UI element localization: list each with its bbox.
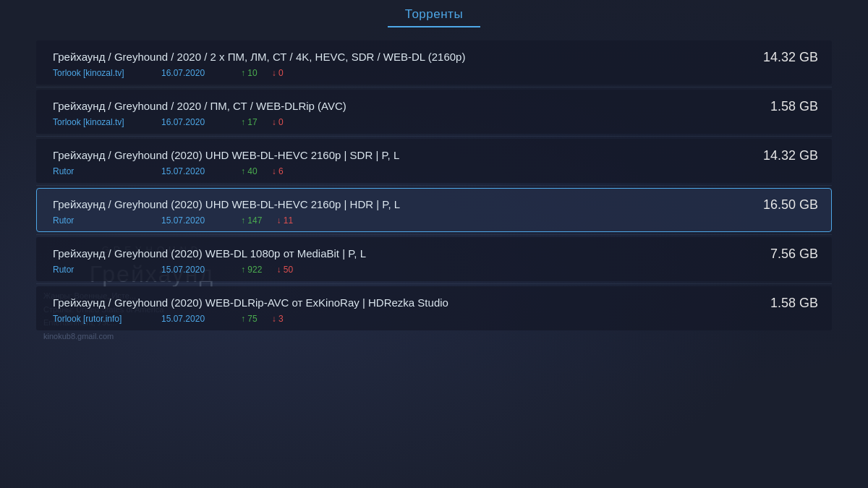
torrent-list: Грейхаунд / Greyhound / 2020 / 2 х ПМ, Л… [36, 40, 832, 330]
torrent-title: Грейхаунд / Greyhound (2020) WEB-DLRip-A… [53, 296, 756, 310]
torrent-item-3[interactable]: Грейхаунд / Greyhound (2020) UHD WEB-DL-… [36, 139, 832, 183]
divider-5 [36, 283, 832, 284]
torrent-title: Грейхаунд / Greyhound (2020) UHD WEB-DL-… [53, 197, 749, 212]
torrent-item-6[interactable]: Грейхаунд / Greyhound (2020) WEB-DLRip-A… [36, 286, 832, 330]
divider-3 [36, 185, 832, 186]
torrent-size: 1.58 GB [770, 99, 818, 114]
torrent-seeds: 40 [241, 166, 258, 176]
torrent-title: Грейхаунд / Greyhound / 2020 / ПМ, СТ / … [53, 99, 756, 114]
torrent-date: 15.07.2020 [161, 215, 226, 226]
main-content: Торренты Грейхаунд / Greyhound / 2020 / … [0, 0, 868, 488]
torrent-date: 15.07.2020 [161, 265, 226, 275]
divider-2 [36, 136, 832, 137]
torrent-source: Torlook [kinozal.tv] [53, 117, 147, 127]
torrent-row-top: Грейхаунд / Greyhound (2020) UHD WEB-DL-… [53, 148, 818, 163]
torrent-leeches: 0 [272, 68, 284, 78]
torrent-meta-row: Torlook [kinozal.tv] 16.07.2020 17 0 [53, 117, 818, 127]
torrent-date: 15.07.2020 [161, 314, 226, 324]
torrent-row-top: Грейхаунд / Greyhound (2020) UHD WEB-DL-… [53, 197, 818, 213]
torrent-leeches: 0 [272, 117, 284, 127]
torrent-leeches: 11 [276, 215, 293, 226]
torrent-source: Rutor [53, 265, 147, 275]
torrent-meta-row: Rutor 15.07.2020 40 6 [53, 166, 818, 176]
tab-header: Торренты [388, 7, 480, 27]
torrent-source: Torlook [kinozal.tv] [53, 68, 147, 78]
torrent-source: Rutor [53, 215, 147, 226]
torrent-size: 14.32 GB [763, 148, 818, 163]
torrent-item-2[interactable]: Грейхаунд / Greyhound / 2020 / ПМ, СТ / … [36, 90, 832, 134]
torrent-seeds: 922 [241, 265, 262, 275]
torrent-title: Грейхаунд / Greyhound (2020) WEB-DL 1080… [53, 247, 756, 261]
torrent-item-4[interactable]: Грейхаунд / Greyhound (2020) UHD WEB-DL-… [36, 188, 832, 232]
torrent-size: 14.32 GB [763, 50, 818, 65]
torrent-size: 16.50 GB [763, 197, 818, 213]
torrent-source: Torlook [rutor.info] [53, 314, 147, 324]
torrent-row-top: Грейхаунд / Greyhound / 2020 / ПМ, СТ / … [53, 99, 818, 114]
torrent-seeds: 17 [241, 117, 258, 127]
torrent-row-top: Грейхаунд / Greyhound (2020) WEB-DL 1080… [53, 247, 818, 262]
torrent-row-top: Грейхаунд / Greyhound (2020) WEB-DLRip-A… [53, 296, 818, 311]
torrent-meta-row: Rutor 15.07.2020 922 50 [53, 265, 818, 275]
torrent-title: Грейхаунд / Greyhound (2020) UHD WEB-DL-… [53, 148, 749, 163]
divider-1 [36, 87, 832, 87]
torrent-seeds: 10 [241, 68, 258, 78]
torrent-size: 7.56 GB [770, 247, 818, 262]
torrent-leeches: 6 [272, 166, 284, 176]
torrent-size: 1.58 GB [770, 296, 818, 311]
divider-4 [36, 234, 832, 235]
torrent-date: 15.07.2020 [161, 166, 226, 176]
torrent-source: Rutor [53, 166, 147, 176]
torrent-title: Грейхаунд / Greyhound / 2020 / 2 х ПМ, Л… [53, 50, 749, 64]
torrent-meta-row: Rutor 15.07.2020 147 11 [53, 215, 818, 226]
torrent-row-top: Грейхаунд / Greyhound / 2020 / 2 х ПМ, Л… [53, 50, 818, 65]
torrent-meta-row: Torlook [kinozal.tv] 16.07.2020 10 0 [53, 68, 818, 78]
torrent-leeches: 50 [276, 265, 293, 275]
tab-torrents[interactable]: Торренты [388, 7, 480, 27]
torrent-item-1[interactable]: Грейхаунд / Greyhound / 2020 / 2 х ПМ, Л… [36, 40, 832, 85]
torrent-date: 16.07.2020 [161, 68, 226, 78]
torrent-seeds: 147 [241, 215, 262, 226]
torrent-meta-row: Torlook [rutor.info] 15.07.2020 75 3 [53, 314, 818, 324]
torrent-date: 16.07.2020 [161, 117, 226, 127]
torrent-seeds: 75 [241, 314, 258, 324]
torrent-leeches: 3 [272, 314, 284, 324]
torrent-item-5[interactable]: Грейхаунд / Greyhound (2020) WEB-DL 1080… [36, 237, 832, 281]
